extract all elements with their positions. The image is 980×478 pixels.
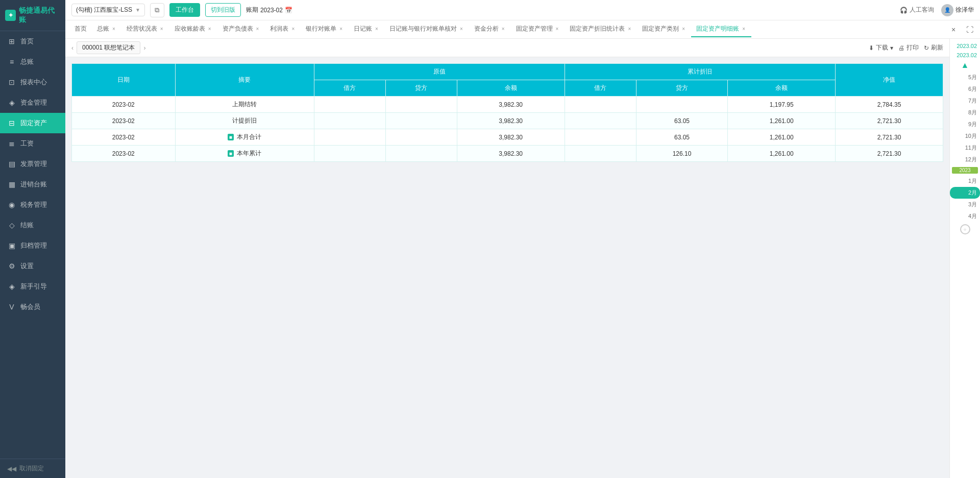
maximize-button[interactable]: ⛶	[964, 23, 976, 36]
service-button[interactable]: 🎧 人工客询	[900, 6, 934, 14]
sidebar-item-sales[interactable]: ▦ 进销台账	[0, 174, 65, 195]
tab-profit-close[interactable]: ×	[290, 26, 296, 32]
time-month-9[interactable]: 9月	[950, 118, 980, 130]
row1-acc-debit	[565, 97, 636, 113]
tab-balance-label: 资产负债表	[223, 25, 253, 33]
sidebar-item-fund[interactable]: ◈ 资金管理	[0, 92, 65, 113]
copy-icon: ⧉	[155, 6, 159, 14]
copy-button[interactable]: ⧉	[150, 3, 164, 17]
row2-summary: 计提折旧	[175, 113, 314, 129]
col-accumulated-header: 累计折旧	[565, 64, 836, 80]
row4-summary: ■ 本年累计	[175, 146, 314, 162]
breadcrumb-next-arrow[interactable]: ›	[143, 44, 145, 52]
time-month-1[interactable]: 1月	[950, 175, 980, 187]
tab-bank-close[interactable]: ×	[338, 26, 344, 32]
unpin-button[interactable]: ◀◀ 取消固定	[0, 459, 65, 478]
time-month-5[interactable]: 5月	[950, 71, 980, 83]
time-month-2[interactable]: 2月	[950, 187, 980, 199]
sidebar-label-settle: 结账	[20, 221, 34, 230]
sidebar-item-fixed[interactable]: ⊟ 固定资产	[0, 113, 65, 133]
sidebar-item-invoice[interactable]: ▤ 发票管理	[0, 154, 65, 174]
company-name: (勾稽) 江西服宝-LSS	[76, 6, 132, 14]
time-month-3[interactable]: 3月	[950, 199, 980, 210]
tab-fixed-detail-close[interactable]: ×	[741, 26, 746, 32]
time-up-arrow[interactable]: ▲	[960, 59, 971, 71]
time-month-8[interactable]: 8月	[950, 107, 980, 118]
row3-date: 2023-02	[72, 129, 176, 146]
time-month-10[interactable]: 10月	[950, 130, 980, 142]
tab-business[interactable]: 经营状况表 ×	[121, 21, 169, 37]
tab-reconcile[interactable]: 日记账与银行对账单核对 ×	[384, 21, 469, 37]
tab-fixed-type[interactable]: 固定资产类别 ×	[637, 21, 691, 37]
tab-capital-close[interactable]: ×	[501, 26, 506, 32]
tab-profit[interactable]: 利润表 ×	[265, 21, 301, 37]
tab-reconcile-label: 日记账与银行对账单核对	[389, 25, 457, 33]
print-button[interactable]: 🖨 打印	[898, 43, 919, 52]
row4-debit	[314, 146, 385, 162]
sidebar-item-settle[interactable]: ◇ 结账	[0, 215, 65, 235]
service-label: 人工客询	[910, 6, 934, 14]
guide-icon: ◈	[7, 282, 16, 291]
tab-receivable-close[interactable]: ×	[207, 26, 212, 32]
tab-reconcile-close[interactable]: ×	[459, 26, 464, 32]
sidebar-label-payroll: 工资	[20, 139, 34, 148]
time-month-12[interactable]: 12月	[950, 154, 980, 165]
col-balance-header: 余额	[457, 80, 565, 97]
sidebar-item-settings[interactable]: ⚙ 设置	[0, 256, 65, 276]
tab-fixed-mgr-close[interactable]: ×	[555, 26, 560, 32]
archive-icon: ▣	[7, 242, 16, 250]
time-month-11[interactable]: 11月	[950, 142, 980, 154]
row3-credit	[385, 129, 457, 146]
tab-depreciation-stat-label: 固定资产折旧统计表	[570, 25, 625, 33]
tab-bank-label: 银行对账单	[306, 25, 336, 33]
tab-journal-close[interactable]: ×	[374, 26, 379, 32]
sidebar-item-guide[interactable]: ◈ 新手引导	[0, 276, 65, 297]
tab-ledger[interactable]: 总账 ×	[92, 21, 121, 37]
user-menu[interactable]: 👤 徐泽华	[941, 4, 974, 16]
year-2023-badge: 2023	[952, 167, 978, 174]
tab-business-label: 经营状况表	[127, 25, 157, 33]
workspace-button[interactable]: 工作台	[169, 3, 200, 17]
tab-bank[interactable]: 银行对账单 ×	[301, 21, 349, 37]
sidebar-item-report[interactable]: ⊡ 报表中心	[0, 72, 65, 92]
breadcrumb-prev-arrow[interactable]: ‹	[71, 44, 74, 52]
tab-balance-close[interactable]: ×	[255, 26, 260, 32]
tax-icon: ◉	[7, 201, 16, 209]
tab-fixed-type-close[interactable]: ×	[681, 26, 686, 32]
breadcrumb-asset[interactable]: 000001 联想笔记本	[77, 41, 140, 54]
time-month-7[interactable]: 7月	[950, 95, 980, 107]
tab-fixed-mgr[interactable]: 固定资产管理 ×	[511, 21, 565, 37]
sidebar-item-home[interactable]: ⊞ 首页	[0, 31, 65, 52]
sidebar-item-payroll[interactable]: ≣ 工资	[0, 133, 65, 154]
time-month-6[interactable]: 6月	[950, 83, 980, 95]
content: ‹ 000001 联想笔记本 › ⬇ 下载 ▾ 🖨 打印 ↻ 刷新	[65, 39, 980, 478]
row1-acc-balance: 1,197.95	[728, 97, 836, 113]
tab-business-close[interactable]: ×	[159, 26, 164, 32]
download-label: 下载	[876, 43, 888, 52]
tab-receivable[interactable]: 应收账龄表 ×	[169, 21, 217, 37]
sidebar-item-tax[interactable]: ◉ 税务管理	[0, 195, 65, 215]
row2-debit	[314, 113, 385, 129]
tab-balance[interactable]: 资产负债表 ×	[217, 21, 265, 37]
refresh-button[interactable]: ↻ 刷新	[924, 43, 943, 52]
sidebar-item-member[interactable]: V 畅会员	[0, 297, 65, 317]
tab-ledger-close[interactable]: ×	[111, 26, 116, 32]
switch-version-button[interactable]: 切到旧版	[205, 3, 241, 17]
period-label: 账期	[246, 6, 258, 14]
sidebar-item-ledger[interactable]: ≡ 总账	[0, 52, 65, 72]
tab-depreciation-stat-close[interactable]: ×	[627, 26, 632, 32]
company-selector[interactable]: (勾稽) 江西服宝-LSS ▼	[71, 4, 145, 16]
tab-home[interactable]: 首页	[69, 21, 92, 37]
download-button[interactable]: ⬇ 下载 ▾	[869, 43, 893, 52]
row1-balance: 3,982.30	[457, 97, 565, 113]
row3-balance: 3,982.30	[457, 129, 565, 146]
close-all-tabs-button[interactable]: ×	[947, 23, 960, 36]
tab-depreciation-stat[interactable]: 固定资产折旧统计表 ×	[565, 21, 637, 37]
sidebar-item-archive[interactable]: ▣ 归档管理	[0, 235, 65, 256]
tab-fixed-mgr-label: 固定资产管理	[516, 25, 553, 33]
tab-capital[interactable]: 资金分析 ×	[469, 21, 511, 37]
tab-fixed-detail[interactable]: 固定资产明细账 ×	[691, 21, 751, 37]
chevron-down-icon: ▼	[135, 7, 140, 13]
tab-journal[interactable]: 日记账 ×	[349, 21, 384, 37]
time-month-4[interactable]: 4月	[950, 210, 980, 222]
